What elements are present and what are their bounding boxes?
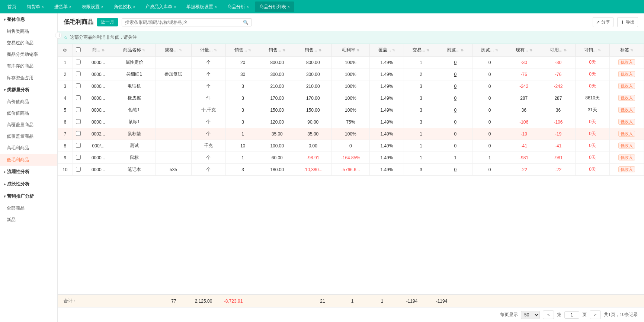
col-unit[interactable]: 计量... ⇅ — [191, 44, 225, 57]
prev-page-button[interactable]: ＜ — [543, 310, 554, 319]
close-icon[interactable]: × — [133, 5, 135, 9]
sidebar-item-inventory-capital[interactable]: 库存资金占用 — [0, 72, 57, 84]
col-name[interactable]: 商品名称 ⇅ — [113, 44, 156, 57]
nav-role-auth[interactable]: 角色授权 × — [109, 1, 140, 12]
row-browse1[interactable]: 0 — [438, 92, 472, 104]
row-select-checkbox[interactable] — [76, 155, 81, 160]
col-sale-amount[interactable]: 销售... ⇅ — [294, 44, 332, 57]
col-checkbox[interactable] — [73, 44, 84, 57]
sidebar-item-stocked-goods[interactable]: 有库存的商品 — [0, 60, 57, 72]
header-actions: ↗ 分享 ⬇ 导出 — [593, 17, 638, 27]
close-icon[interactable]: × — [101, 5, 103, 9]
row-checkbox[interactable] — [73, 128, 84, 140]
time-filter-button[interactable]: 近一月 — [97, 18, 118, 26]
row-checkbox[interactable] — [73, 68, 84, 80]
row-select-checkbox[interactable] — [76, 119, 81, 124]
row-checkbox[interactable] — [73, 92, 84, 104]
col-spec[interactable]: 规格... ⇅ — [156, 44, 191, 57]
row-select-checkbox[interactable] — [76, 83, 81, 88]
search-icon[interactable]: 🔍 — [243, 20, 249, 25]
row-browse1[interactable]: 0 — [438, 80, 472, 92]
col-sale-qty[interactable]: 销售... ⇅ — [225, 44, 260, 57]
sidebar-section-overall[interactable]: ▾ 整体信息 — [0, 13, 57, 26]
col-transaction[interactable]: 交易... ⇅ — [404, 44, 438, 57]
sidebar-item-sales-goods[interactable]: 销售类商品 — [0, 26, 57, 37]
row-name: 鼠标垫 — [113, 128, 156, 140]
row-select-checkbox[interactable] — [76, 95, 81, 100]
sidebar-item-low-margin[interactable]: 低毛利商品 — [0, 154, 57, 166]
col-browse2[interactable]: 浏览... ⇅ — [472, 44, 507, 57]
row-browse1[interactable]: 0 — [438, 104, 472, 116]
sidebar-item-all-goods[interactable]: 全部商品 — [0, 203, 57, 214]
row-browse1[interactable]: 0 — [438, 68, 472, 80]
sidebar-collapse-button[interactable]: 《 — [55, 32, 62, 39]
export-button[interactable]: ⬇ 导出 — [617, 17, 638, 27]
sidebar-item-low-value[interactable]: 低价值商品 — [0, 108, 57, 119]
row-checkbox[interactable] — [73, 104, 84, 116]
sidebar-item-low-coverage[interactable]: 低覆盖量商品 — [0, 131, 57, 142]
close-icon[interactable]: × — [174, 5, 176, 9]
row-browse1[interactable]: 0 — [438, 57, 472, 68]
nav-sales-order[interactable]: 销货单 × — [22, 1, 48, 12]
nav-purchase-order[interactable]: 进货单 × — [50, 1, 76, 12]
row-browse1[interactable]: 1 — [438, 152, 472, 164]
close-icon[interactable]: × — [215, 5, 217, 9]
col-coverage[interactable]: 覆盖... ⇅ — [369, 44, 404, 57]
row-unit: 个 — [191, 57, 225, 68]
sidebar-item-high-coverage[interactable]: 高覆盖量商品 — [0, 119, 57, 131]
row-select-checkbox[interactable] — [76, 71, 81, 76]
nav-finished-goods[interactable]: 产成品入库单 × — [141, 1, 180, 12]
col-code[interactable]: 商... ⇅ — [84, 44, 113, 57]
close-icon[interactable]: × — [288, 5, 290, 9]
page-size-select[interactable]: 50 20 100 — [521, 311, 540, 319]
next-page-button[interactable]: ＞ — [590, 310, 601, 319]
sidebar-section-marketing[interactable]: ▾ 营销推广分析 — [0, 190, 57, 203]
search-input[interactable] — [125, 20, 241, 25]
col-available[interactable]: 可用... ⇅ — [541, 44, 575, 57]
sidebar-item-category-rate[interactable]: 商品分类助销率 — [0, 49, 57, 60]
row-select-checkbox[interactable] — [76, 107, 81, 112]
col-saleable[interactable]: 可销... ⇅ — [576, 44, 610, 57]
col-sale-price[interactable]: 销售... ⇅ — [260, 44, 294, 57]
row-sale-qty: 30 — [225, 68, 260, 80]
nav-product-analysis[interactable]: 商品分析 × — [223, 1, 253, 12]
nav-product-analysis-list[interactable]: 商品分析列表 × — [255, 1, 294, 12]
row-checkbox[interactable] — [73, 140, 84, 152]
row-browse1[interactable]: 0 — [438, 164, 472, 176]
share-button[interactable]: ↗ 分享 — [593, 17, 613, 27]
nav-permissions[interactable]: 权限设置 × — [77, 1, 108, 12]
row-checkbox[interactable] — [73, 57, 84, 68]
row-browse1[interactable]: 0 — [438, 128, 472, 140]
row-checkbox[interactable] — [73, 152, 84, 164]
row-saleable: 0天 — [576, 164, 610, 176]
close-icon[interactable]: × — [247, 5, 249, 9]
col-current-stock[interactable]: 现有... ⇅ — [507, 44, 541, 57]
close-icon[interactable]: × — [69, 5, 71, 9]
sidebar-item-high-value[interactable]: 高价值商品 — [0, 96, 57, 108]
col-tag[interactable]: 标签 ⇅ — [610, 44, 644, 57]
col-browse1[interactable]: 浏览... ⇅ — [438, 44, 472, 57]
row-select-checkbox[interactable] — [76, 143, 81, 148]
sidebar-item-high-margin[interactable]: 高毛利商品 — [0, 142, 57, 154]
row-select-checkbox[interactable] — [76, 167, 81, 172]
row-browse1[interactable]: 0 — [438, 140, 472, 152]
sidebar-item-traded-goods[interactable]: 交易过的商品 — [0, 37, 57, 49]
sidebar-section-liquidity[interactable]: ▸ 流通性分析 — [0, 166, 57, 178]
col-settings[interactable]: ⚙ — [58, 44, 73, 57]
nav-template-settings[interactable]: 单据模板设置 × — [182, 1, 221, 12]
row-checkbox[interactable] — [73, 116, 84, 128]
nav-home[interactable]: 首页 — [3, 1, 21, 12]
row-name: 属性定价 — [113, 57, 156, 68]
col-gross-margin[interactable]: 毛利率 ⇅ — [332, 44, 370, 57]
close-icon[interactable]: × — [42, 5, 44, 9]
sidebar-section-cluster[interactable]: ▾ 类群量分析 — [0, 84, 57, 96]
row-checkbox[interactable] — [73, 80, 84, 92]
sidebar-item-new-goods[interactable]: 新品 — [0, 214, 57, 226]
page-number-input[interactable] — [564, 311, 579, 319]
sidebar-section-growth[interactable]: ▸ 成长性分析 — [0, 178, 57, 190]
row-select-checkbox[interactable] — [76, 60, 81, 64]
row-browse1[interactable]: 0 — [438, 116, 472, 128]
row-select-checkbox[interactable] — [76, 131, 81, 136]
row-checkbox[interactable] — [73, 164, 84, 176]
select-all-checkbox[interactable] — [76, 47, 81, 52]
